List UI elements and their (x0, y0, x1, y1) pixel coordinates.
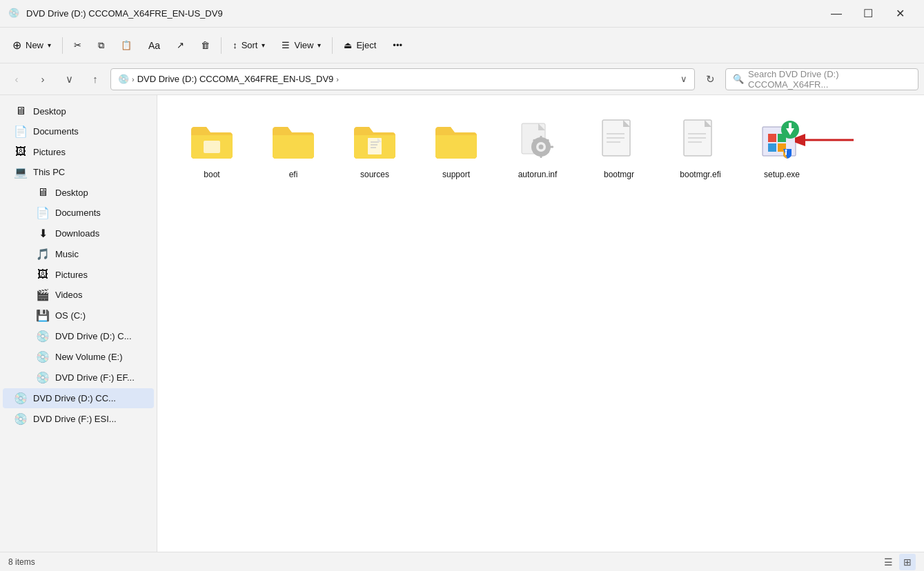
eject-label: Eject (356, 40, 376, 50)
sidebar-item-dvd-f[interactable]: 💿 DVD Drive (F:) EF... (25, 368, 154, 388)
sidebar-label: Pictures (55, 270, 88, 280)
file-item-bootmgr[interactable]: bootmgr (581, 109, 657, 188)
copy-icon: ⧉ (98, 40, 104, 51)
bootmgr-icon (594, 116, 644, 166)
address-breadcrumb: 💿 › DVD Drive (D:) CCCOMA_X64FRE_EN-US_D… (118, 74, 676, 84)
up-button[interactable]: ↑ (84, 68, 106, 90)
svg-rect-7 (540, 154, 542, 158)
file-item-boot[interactable]: boot (174, 109, 250, 188)
more-button[interactable]: ••• (386, 33, 409, 58)
rename-icon: Aa (148, 40, 160, 51)
sidebar-item-music[interactable]: 🎵 Music (25, 244, 154, 264)
sidebar-item-os-c[interactable]: 💾 OS (C:) (25, 305, 154, 325)
svg-rect-29 (789, 123, 792, 130)
sidebar-label: Downloads (55, 228, 99, 239)
file-item-bootmgr-efi[interactable]: bootmgr.efi (662, 109, 738, 188)
documents2-icon: 📄 (36, 206, 50, 219)
sidebar-item-documents[interactable]: 📄 Documents (25, 203, 154, 223)
file-content: boot efi (157, 95, 924, 552)
this-pc-icon: 💻 (14, 166, 28, 179)
dvd-f2-icon: 💿 (14, 412, 28, 425)
view-button[interactable]: ☰ View ▾ (275, 33, 328, 58)
file-item-support[interactable]: support (418, 109, 494, 188)
title-bar-left: 💿 DVD Drive (D:) CCCOMA_X64FRE_EN-US_DV9 (8, 8, 223, 20)
rename-button[interactable]: Aa (141, 33, 167, 58)
documents-icon: 📄 (14, 125, 28, 138)
forward-button[interactable]: › (32, 68, 54, 90)
autorun-inf-icon (513, 116, 562, 166)
boot-folder-icon (187, 116, 237, 166)
sidebar-item-videos[interactable]: 🎬 Videos (25, 285, 154, 305)
copy-button[interactable]: ⧉ (91, 33, 111, 58)
os-c-icon: 💾 (36, 309, 50, 322)
desktop-icon: 🖥 (14, 105, 28, 117)
back-button[interactable]: ‹ (6, 68, 28, 90)
sidebar-label: Documents (33, 126, 79, 137)
sort-chevron-icon: ▾ (262, 41, 265, 49)
sidebar-label: DVD Drive (D:) CC... (33, 393, 116, 403)
setup-exe-label: setup.exe (764, 170, 800, 181)
sidebar-label: DVD Drive (D:) C... (55, 331, 132, 341)
cut-button[interactable]: ✂ (67, 33, 88, 58)
addr-separator-1: › (132, 75, 135, 83)
grid-view-button[interactable]: ⊞ (899, 554, 916, 570)
delete-button[interactable]: 🗑 (194, 33, 217, 58)
sidebar-label: New Volume (E:) (55, 352, 123, 362)
close-button[interactable]: ✕ (884, 0, 916, 28)
file-item-sources[interactable]: sources (337, 109, 413, 188)
address-dropdown-icon[interactable]: ∨ (680, 74, 687, 84)
list-view-button[interactable]: ☰ (880, 554, 896, 570)
sidebar-item-pictures-top[interactable]: 🖼 Pictures (3, 142, 154, 161)
title-bar: 💿 DVD Drive (D:) CCCOMA_X64FRE_EN-US_DV9… (0, 0, 924, 28)
sidebar-label: DVD Drive (F:) ESI... (33, 414, 117, 424)
minimize-button[interactable]: — (820, 0, 852, 28)
new-label: New (26, 40, 43, 50)
share-button[interactable]: ↗ (170, 33, 191, 58)
sidebar: 🖥 Desktop 📄 Documents 🖼 Pictures 💻 This … (0, 95, 157, 552)
search-box[interactable]: 🔍 Search DVD Drive (D:) CCCOMA_X64FR... (725, 68, 918, 90)
sidebar-item-new-volume-e[interactable]: 💿 New Volume (E:) (25, 347, 154, 367)
address-input[interactable]: 💿 › DVD Drive (D:) CCCOMA_X64FRE_EN-US_D… (110, 68, 695, 90)
new-button[interactable]: ⊕ New ▾ (6, 33, 58, 58)
paste-icon: 📋 (121, 40, 132, 50)
svg-rect-8 (531, 146, 535, 148)
sidebar-item-pictures[interactable]: 🖼 Pictures (25, 265, 154, 284)
sidebar-item-dvd-f2[interactable]: 💿 DVD Drive (F:) ESI... (3, 409, 154, 429)
paste-button[interactable]: 📋 (114, 33, 139, 58)
pictures2-icon: 🖼 (36, 268, 50, 281)
dvd-drive-icon: 💿 (8, 8, 21, 20)
efi-label: efi (289, 170, 298, 181)
svg-point-31 (785, 150, 787, 152)
sidebar-item-dvd-d[interactable]: 💿 DVD Drive (D:) C... (25, 326, 154, 346)
toolbar-divider-3 (332, 37, 333, 54)
eject-button[interactable]: ⏏ Eject (337, 33, 383, 58)
refresh-button[interactable]: ↻ (699, 68, 721, 90)
sidebar-item-downloads[interactable]: ⬇ Downloads (25, 223, 154, 243)
file-item-setup-exe[interactable]: setup.exe (744, 109, 820, 188)
pictures-icon: 🖼 (14, 146, 28, 158)
support-folder-icon (431, 116, 481, 166)
sort-button[interactable]: ↕ Sort ▾ (226, 33, 272, 58)
sidebar-item-dvd-d-active[interactable]: 💿 DVD Drive (D:) CC... (3, 388, 154, 408)
main-area: 🖥 Desktop 📄 Documents 🖼 Pictures 💻 This … (0, 95, 924, 552)
sources-label: sources (360, 170, 389, 181)
dvd-d-active-icon: 💿 (14, 392, 28, 405)
setup-exe-icon (757, 116, 807, 166)
sidebar-label: Pictures (33, 147, 66, 157)
sidebar-item-documents-top[interactable]: 📄 Documents (3, 121, 154, 141)
address-path: DVD Drive (D:) CCCOMA_X64FRE_EN-US_DV9 (137, 74, 334, 84)
search-placeholder: Search DVD Drive (D:) CCCOMA_X64FR... (748, 69, 911, 90)
sidebar-item-desktop[interactable]: 🖥 Desktop (25, 183, 154, 202)
svg-rect-23 (768, 134, 776, 142)
sidebar-label: DVD Drive (F:) EF... (55, 372, 135, 383)
boot-label: boot (204, 170, 219, 181)
file-item-autorun-inf[interactable]: autorun.inf (500, 109, 576, 188)
sidebar-item-this-pc[interactable]: 💻 This PC (3, 162, 154, 182)
file-item-efi[interactable]: efi (255, 109, 331, 188)
sort-label: Sort (242, 40, 258, 50)
sidebar-item-desktop-top[interactable]: 🖥 Desktop (3, 101, 154, 121)
window-controls: — ☐ ✕ (820, 0, 916, 28)
file-grid: boot efi (174, 109, 907, 188)
expand-button[interactable]: ∨ (58, 68, 80, 90)
maximize-button[interactable]: ☐ (852, 0, 884, 28)
